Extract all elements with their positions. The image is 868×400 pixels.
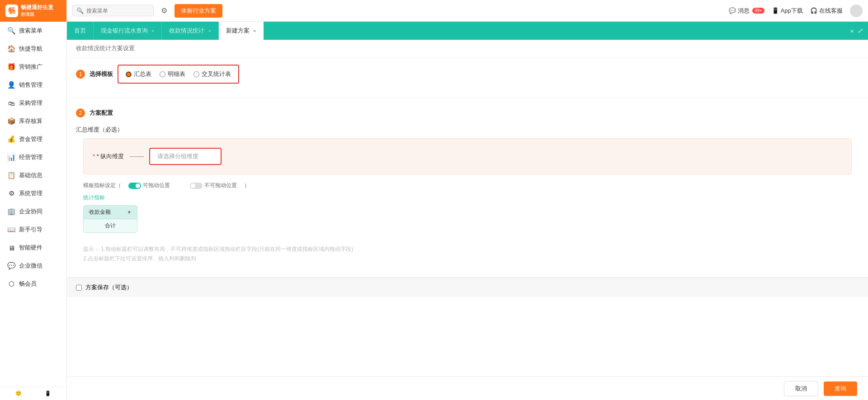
sidebar-item-member[interactable]: ⬡ 畅会员 (0, 275, 66, 293)
service-item[interactable]: 🎧 在线客服 (810, 7, 843, 15)
required-star: * (93, 153, 97, 160)
sidebar-item-finance[interactable]: 💰 资金管理 (0, 130, 66, 148)
sidebar-item-enterprise[interactable]: 🏢 企业协同 (0, 202, 66, 221)
draggable-indicator: 可拖动位置 (128, 182, 170, 189)
basics-icon: 📋 (7, 171, 15, 179)
radio-cross-label: 交叉统计表 (202, 70, 231, 78)
sidebar-item-inventory[interactable]: 📦 库存核算 (0, 112, 66, 130)
main-area: 🔍 ⚙ 体验行业方案 💬 消息 99+ 📱 App下载 🎧 在线客服 首页 (67, 0, 868, 400)
sidebar-item-search-menu[interactable]: 🔍 搜索菜单 (0, 22, 66, 40)
enterprise-icon: 🏢 (7, 207, 15, 216)
dimension-section-title: 汇总维度（必选） (76, 124, 859, 138)
sidebar-item-basics[interactable]: 📋 基础信息 (0, 166, 66, 184)
non-draggable-toggle (190, 183, 203, 189)
radio-summary[interactable]: 汇总表 (126, 70, 151, 78)
cancel-button[interactable]: 取消 (784, 381, 818, 396)
download-icon: 📱 (772, 7, 779, 14)
draggable-label: 可拖动位置 (143, 182, 170, 189)
industry-btn[interactable]: 体验行业方案 (175, 4, 222, 18)
metrics-table: 收款金额 ▼ 合计 (83, 205, 137, 233)
service-icon: 🎧 (810, 7, 817, 14)
tab-home[interactable]: 首页 (67, 22, 94, 40)
tab-receipts-close[interactable]: × (208, 28, 211, 33)
save-label: 方案保存（可选） (85, 283, 132, 292)
tab-cashflow[interactable]: 现金银行流水查询 × (94, 22, 162, 40)
metrics-section: 模板指标设定（ 可拖动位置 不可拖动位置 ） 统计指标 (76, 182, 859, 240)
search-menu-icon: 🔍 (7, 27, 15, 35)
sidebar-bottom-icon1[interactable]: 🙂 (15, 391, 22, 396)
step2-badge: 2 (76, 108, 85, 118)
finance-icon: 💰 (7, 135, 15, 143)
topbar-right: 💬 消息 99+ 📱 App下载 🎧 在线客服 (729, 5, 863, 17)
radio-summary-label: 汇总表 (134, 70, 151, 78)
metrics-sep (177, 182, 183, 189)
step1-header: 1 选择模板 汇总表 明细表 (76, 65, 859, 84)
sidebar-item-system[interactable]: ⚙ 系统管理 (0, 184, 66, 202)
tab-bar-actions: × ⤢ (845, 22, 868, 40)
sidebar: 畅 畅捷通好生意 标准版 🔍 搜索菜单 🏠 快捷导航 🎁 营销推广 👤 销售管理… (0, 0, 67, 400)
sidebar-item-label: 畅会员 (19, 280, 37, 288)
radio-cross-input[interactable] (193, 71, 199, 77)
wechat-icon: 💬 (7, 262, 15, 270)
tab-new-plan[interactable]: 新建方案 × (219, 22, 264, 40)
save-checkbox[interactable] (76, 285, 82, 291)
tab-receipts[interactable]: 收款情况统计 × (162, 22, 218, 40)
sidebar-item-label: 销售管理 (19, 81, 42, 89)
avatar[interactable] (850, 5, 863, 17)
sidebar-item-label: 企业微信 (19, 262, 42, 270)
sidebar-item-label: 新手引导 (19, 226, 42, 234)
sidebar-item-hardware[interactable]: 🖥 智能硬件 (0, 239, 66, 257)
tips-section: 提示： 1.拖动标题栏可以调整布局，不可跨维度或指标区域拖动栏目字段(只能在同一… (76, 240, 859, 270)
metrics-header[interactable]: 收款金额 ▼ (84, 206, 137, 219)
metrics-setting-label: 模板指标设定（ (83, 182, 121, 189)
sidebar-item-marketing[interactable]: 🎁 营销推广 (0, 58, 66, 76)
tab-expand-action[interactable]: ⤢ (858, 27, 863, 35)
dimension-select[interactable]: 请选择分组维度 (149, 148, 222, 165)
tab-cashflow-label: 现金银行流水查询 (101, 27, 148, 35)
sidebar-bottom: 🙂 📱 (0, 386, 66, 400)
tab-new-plan-close[interactable]: × (253, 28, 256, 33)
dimension-row-vertical: * * 纵向维度 —— 请选择分组维度 (93, 148, 842, 165)
message-item[interactable]: 💬 消息 99+ (729, 7, 764, 15)
settings-icon[interactable]: ⚙ (159, 5, 169, 17)
message-icon: 💬 (729, 7, 736, 14)
radio-cross[interactable]: 交叉统计表 (193, 70, 231, 78)
sidebar-item-purchase[interactable]: 🛍 采购管理 (0, 94, 66, 112)
search-icon: 🔍 (76, 7, 84, 14)
sidebar-logo: 畅 畅捷通好生意 标准版 (0, 0, 66, 22)
page-content: 收款情况统计方案设置 1 选择模板 汇总表 (67, 40, 868, 376)
sidebar-item-sales[interactable]: 👤 销售管理 (0, 76, 66, 94)
dimension-required-label: * * 纵向维度 (93, 152, 124, 160)
sidebar-item-label: 智能硬件 (19, 244, 42, 252)
sidebar-item-label: 经营管理 (19, 153, 42, 161)
logo-edition: 标准版 (21, 11, 53, 18)
tip-line1: 提示： 1.拖动标题栏可以调整布局，不可跨维度或指标区域拖动栏目字段(只能在同一… (83, 245, 852, 253)
radio-detail[interactable]: 明细表 (160, 70, 185, 78)
divider1 (67, 97, 868, 98)
tab-close-action[interactable]: × (850, 27, 854, 35)
topbar-search-box[interactable]: 🔍 (72, 5, 154, 16)
dimension-arrow: —— (129, 152, 144, 160)
sidebar-item-quick-nav[interactable]: 🏠 快捷导航 (0, 40, 66, 58)
sidebar-bottom-icon2[interactable]: 📱 (45, 391, 51, 396)
radio-detail-input[interactable] (160, 71, 165, 77)
marketing-icon: 🎁 (7, 63, 15, 71)
sidebar-item-wechat[interactable]: 💬 企业微信 (0, 257, 66, 275)
search-input[interactable] (86, 8, 150, 14)
purchase-icon: 🛍 (7, 99, 15, 107)
step1-badge: 1 (76, 70, 85, 79)
step2-section: 2 方案配置 汇总维度（必选） * * 纵向维度 —— 请选择分组维度 (67, 101, 868, 277)
tab-home-label: 首页 (74, 27, 86, 35)
metrics-cell: 合计 (84, 219, 137, 232)
sidebar-item-guide[interactable]: 📖 新手引导 (0, 221, 66, 239)
quick-nav-icon: 🏠 (7, 45, 15, 53)
radio-summary-input[interactable] (126, 71, 132, 77)
radio-detail-label: 明细表 (168, 70, 185, 78)
query-button[interactable]: 查询 (824, 381, 857, 396)
metrics-label-row: 模板指标设定（ 可拖动位置 不可拖动位置 ） (83, 182, 852, 189)
sidebar-item-label: 快捷导航 (19, 45, 42, 53)
download-item[interactable]: 📱 App下载 (772, 7, 803, 15)
sidebar-item-operations[interactable]: 📊 经营管理 (0, 148, 66, 166)
hardware-icon: 🖥 (7, 244, 15, 252)
tab-cashflow-close[interactable]: × (151, 28, 154, 33)
